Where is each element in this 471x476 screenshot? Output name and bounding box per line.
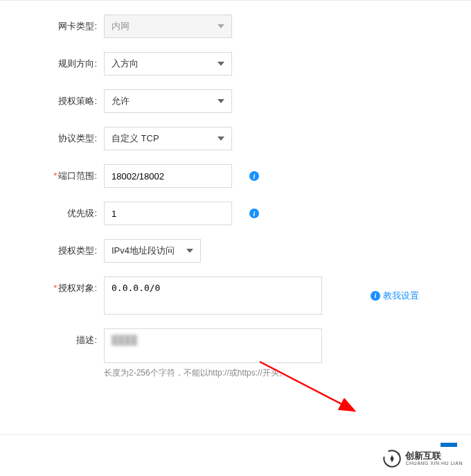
select-auth-policy[interactable]: 允许 <box>104 89 232 113</box>
row-auth-policy: 授权策略: 允许 <box>0 89 471 113</box>
security-rule-form: 网卡类型: 内网 规则方向: 入方向 授权策略: 允许 <box>0 0 471 379</box>
row-auth-type: 授权类型: IPv4地址段访问 <box>0 239 471 263</box>
chevron-down-icon <box>217 62 224 66</box>
chevron-down-icon <box>217 24 224 28</box>
info-icon[interactable]: i <box>249 171 259 181</box>
label-auth-object: *授权对象: <box>0 276 104 294</box>
select-protocol-value: 自定义 TCP <box>112 132 159 145</box>
select-auth-type-value: IPv4地址段访问 <box>112 245 175 257</box>
textarea-description[interactable]: ████ <box>104 328 322 363</box>
svg-marker-3 <box>391 455 394 462</box>
description-hint: 长度为2-256个字符，不能以http://或https://开头。 <box>104 367 322 379</box>
info-icon: i <box>371 291 380 301</box>
blurred-text: ████ <box>112 335 137 345</box>
label-rule-direction: 规则方向: <box>0 52 104 70</box>
row-priority: 优先级: i <box>0 202 471 225</box>
required-marker: * <box>53 170 57 181</box>
help-link-text: 教我设置 <box>383 290 419 302</box>
label-protocol: 协议类型: <box>0 127 104 145</box>
select-nic-type: 内网 <box>104 15 232 38</box>
label-auth-policy: 授权策略: <box>0 89 104 107</box>
textarea-auth-object[interactable] <box>104 276 322 315</box>
watermark-en: CHUANG XIN HU LIAN <box>405 461 463 466</box>
select-auth-type[interactable]: IPv4地址段访问 <box>104 239 201 263</box>
row-protocol: 协议类型: 自定义 TCP <box>0 127 471 150</box>
select-nic-type-value: 内网 <box>112 20 130 33</box>
input-priority[interactable] <box>104 202 232 225</box>
select-protocol[interactable]: 自定义 TCP <box>104 127 232 150</box>
label-description: 描述: <box>0 328 104 346</box>
chevron-down-icon <box>186 249 193 253</box>
select-rule-direction-value: 入方向 <box>112 58 139 70</box>
select-auth-policy-value: 允许 <box>112 95 130 107</box>
watermark-cn: 创新互联 <box>405 451 463 461</box>
label-port-range: *端口范围: <box>0 164 104 182</box>
input-port-range[interactable] <box>104 164 232 188</box>
required-marker: * <box>53 283 57 293</box>
svg-point-4 <box>398 453 400 455</box>
row-nic-type: 网卡类型: 内网 <box>0 15 471 38</box>
row-auth-object: *授权对象: i 教我设置 <box>0 276 471 315</box>
chevron-down-icon <box>217 99 224 103</box>
chevron-down-icon <box>217 136 224 141</box>
select-rule-direction[interactable]: 入方向 <box>104 52 232 76</box>
help-link[interactable]: i 教我设置 <box>371 290 419 302</box>
row-description: 描述: ████ 长度为2-256个字符，不能以http://或https://… <box>0 328 471 379</box>
label-priority: 优先级: <box>0 202 104 220</box>
label-nic-type: 网卡类型: <box>0 15 104 33</box>
label-auth-type: 授权类型: <box>0 239 104 257</box>
row-port-range: *端口范围: i <box>0 164 471 188</box>
row-rule-direction: 规则方向: 入方向 <box>0 52 471 76</box>
watermark-logo-icon <box>383 450 401 468</box>
info-icon[interactable]: i <box>249 209 259 218</box>
watermark: 创新互联 CHUANG XIN HU LIAN <box>380 447 465 470</box>
